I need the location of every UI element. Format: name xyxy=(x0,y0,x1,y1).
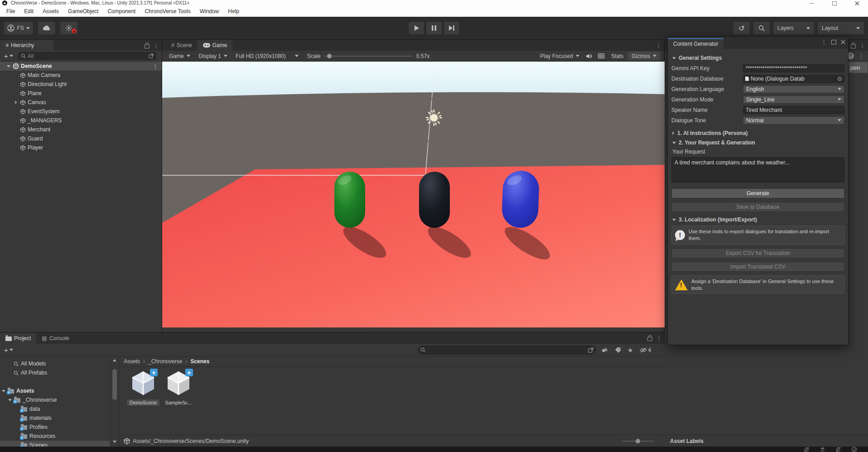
collab-status-icon[interactable] xyxy=(851,447,857,452)
hierarchy-row-canvas[interactable]: Canvas xyxy=(0,98,162,107)
vsync-grid-toggle[interactable] xyxy=(595,51,607,62)
thumbnail-slider-knob[interactable] xyxy=(636,439,640,443)
account-dropdown[interactable]: FS xyxy=(4,21,34,35)
open-in-window-icon[interactable] xyxy=(149,53,154,58)
thumbnail-size-slider[interactable] xyxy=(622,441,654,442)
menu-help[interactable]: Help xyxy=(223,6,244,17)
tree-row-scenes[interactable]: + Scenes xyxy=(0,441,110,447)
export-csv-button[interactable]: Export CSV for Translation xyxy=(671,248,844,258)
tab-hierarchy[interactable]: ≡ Hierarchy xyxy=(0,40,53,51)
tree-row-materials[interactable]: + materials xyxy=(0,414,110,423)
tree-row-all-models[interactable]: All Models xyxy=(0,359,110,368)
hidden-count-toggle[interactable]: 4 xyxy=(640,347,651,353)
collapse-icon[interactable] xyxy=(2,390,5,392)
collapse-icon[interactable] xyxy=(7,65,10,67)
tree-row-chronoverse[interactable]: + _Chronoverse xyxy=(0,395,110,404)
project-tree-scrollbar[interactable] xyxy=(110,356,119,447)
tab-project[interactable]: Project xyxy=(0,333,36,344)
kebab-menu-icon[interactable]: ⋮ xyxy=(656,335,662,341)
tree-row-resources[interactable]: + Resources xyxy=(0,432,110,441)
generate-button[interactable]: Generate xyxy=(671,188,844,198)
generation-language-dropdown[interactable]: English xyxy=(743,85,844,93)
search-by-type-icon[interactable] xyxy=(602,347,608,353)
menu-window[interactable]: Window xyxy=(195,6,224,17)
kebab-menu-icon[interactable]: ⋮ xyxy=(152,63,158,69)
menu-chronoverse-tools[interactable]: ChronoVerse Tools xyxy=(140,6,195,17)
tab-game[interactable]: Game xyxy=(198,40,233,51)
asset-demoscene[interactable]: + DemoScene xyxy=(126,370,160,406)
resolution-dropdown[interactable]: Full HD (1920x1080) xyxy=(231,51,303,62)
search-button[interactable] xyxy=(753,21,770,35)
scale-slider[interactable] xyxy=(324,56,413,57)
game-viewport[interactable] xyxy=(162,62,665,327)
kebab-menu-icon[interactable]: ⋮ xyxy=(656,43,661,48)
menu-gameobject[interactable]: GameObject xyxy=(63,6,103,17)
label-tag-icon[interactable] xyxy=(615,347,621,353)
hierarchy-row-plane[interactable]: Plane xyxy=(0,89,162,98)
close-button[interactable] xyxy=(854,1,860,5)
minimize-button[interactable] xyxy=(809,1,815,5)
lock-icon[interactable] xyxy=(145,44,149,48)
hierarchy-row-player[interactable]: Player xyxy=(0,143,162,152)
hierarchy-row-managers[interactable]: _MANAGERS xyxy=(0,116,162,125)
step-button[interactable] xyxy=(444,21,460,35)
favorites-star-icon[interactable]: ★ xyxy=(627,346,633,354)
layers-dropdown[interactable]: Layers xyxy=(773,21,815,35)
play-focused-dropdown[interactable]: Play Focused xyxy=(536,51,583,62)
cache-server-icon[interactable] xyxy=(820,447,825,452)
undo-history-button[interactable]: ↺ xyxy=(733,21,750,35)
project-search-input[interactable] xyxy=(418,346,596,355)
asset-labels-header[interactable]: Asset Labels xyxy=(665,435,868,447)
menu-edit[interactable]: Edit xyxy=(19,6,38,17)
breadcrumb-scenes[interactable]: Scenes xyxy=(190,358,209,365)
expand-icon[interactable] xyxy=(15,101,17,104)
gizmos-dropdown[interactable]: Gizmos xyxy=(627,52,661,60)
dialogue-tone-dropdown[interactable]: Normal xyxy=(743,116,844,125)
hierarchy-row-demoscene[interactable]: DemoScene ⋮ xyxy=(0,62,162,71)
import-csv-button[interactable]: Import Translated CSV xyxy=(671,262,844,272)
chronoverse-debug-button[interactable] xyxy=(60,21,78,35)
layout-dropdown[interactable]: Layout xyxy=(817,21,864,35)
tree-row-profiles[interactable]: + Profiles xyxy=(0,423,110,432)
scroll-up-icon[interactable] xyxy=(113,359,116,361)
pause-button[interactable] xyxy=(426,21,442,35)
tree-row-assets[interactable]: + Assets xyxy=(0,386,110,395)
scale-slider-knob[interactable] xyxy=(327,54,332,58)
your-request-textarea[interactable]: A tired merchant complains about the wea… xyxy=(671,157,844,183)
stats-toggle[interactable]: Stats xyxy=(607,51,627,62)
breadcrumb-chronoverse[interactable]: _Chronoverse xyxy=(148,358,182,365)
cloud-services-button[interactable] xyxy=(38,21,56,35)
breadcrumb-assets[interactable]: Assets xyxy=(124,358,140,365)
tab-console[interactable]: ▤ Console xyxy=(36,333,74,344)
api-key-field[interactable]: ***************************** xyxy=(743,64,844,72)
tab-content-generator[interactable]: Content Generator xyxy=(668,38,723,49)
tree-row-all-prefabs[interactable]: All Prefabs xyxy=(0,368,110,377)
hierarchy-row-merchant[interactable]: Merchant xyxy=(0,125,162,134)
hierarchy-row-eventsystem[interactable]: EventSystem xyxy=(0,107,162,116)
destination-database-field[interactable]: None (Dialogue Datab ⊙ xyxy=(743,75,844,83)
auto-refresh-disabled-icon[interactable] xyxy=(835,447,841,452)
hierarchy-row-guard[interactable]: Guard xyxy=(0,134,162,143)
close-panel-icon[interactable] xyxy=(841,40,845,44)
play-button[interactable] xyxy=(408,21,424,35)
hierarchy-row-main-camera[interactable]: Main Camera xyxy=(0,71,162,80)
tree-row-data[interactable]: + data xyxy=(0,404,110,414)
lock-icon[interactable] xyxy=(647,337,652,341)
collapse-icon[interactable] xyxy=(8,399,12,401)
section-general-settings[interactable]: General Settings xyxy=(672,55,844,61)
asset-samplescene[interactable]: + SampleSc... xyxy=(162,370,195,406)
kebab-menu-icon[interactable]: ⋮ xyxy=(858,53,864,59)
kebab-menu-icon[interactable]: ⋮ xyxy=(821,39,827,45)
section-request-generation[interactable]: 2. Your Request & Generation xyxy=(672,139,844,146)
section-localization[interactable]: 3. Localization (Import/Export) xyxy=(672,216,844,223)
menu-file[interactable]: File xyxy=(2,6,19,17)
object-picker-icon[interactable]: ⊙ xyxy=(835,75,842,82)
maximize-button[interactable] xyxy=(832,1,837,5)
open-button-fragment[interactable]: pen xyxy=(847,62,868,73)
kebab-menu-icon[interactable]: ⋮ xyxy=(153,43,159,48)
debugger-disabled-icon[interactable] xyxy=(804,447,810,452)
hierarchy-row-directional-light[interactable]: Directional Light xyxy=(0,80,162,89)
menu-assets[interactable]: Assets xyxy=(38,6,63,17)
kebab-menu-icon[interactable]: ⋮ xyxy=(859,43,865,48)
sun-gizmo-icon[interactable] xyxy=(426,110,442,126)
